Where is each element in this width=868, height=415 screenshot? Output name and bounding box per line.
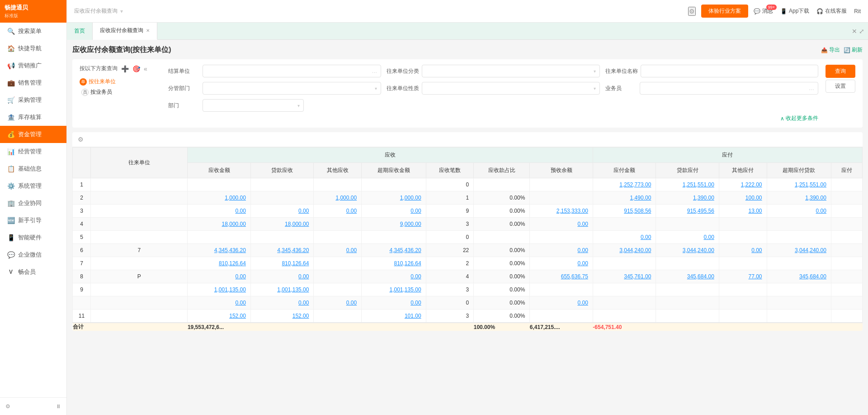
- cell-overdue_ar[interactable]: 1,001,135.00: [362, 283, 426, 296]
- tab-home[interactable]: 首页: [67, 23, 93, 40]
- cell-overdue_ap[interactable]: 1,390.00: [767, 191, 831, 205]
- topbar-user-button[interactable]: Rit: [854, 8, 861, 14]
- sidebar-item-quick-nav[interactable]: 🏠 快捷导航: [0, 40, 66, 57]
- filter-collapse-left-button[interactable]: «: [144, 65, 147, 72]
- sidebar-item-capital[interactable]: 💰 资金管理: [0, 126, 66, 143]
- cell-overdue_ar[interactable]: 4,345,436.20: [362, 244, 426, 257]
- cell-other_ar[interactable]: 1,000.00: [314, 191, 362, 205]
- cell-loan_ar[interactable]: 1,001,135.00: [250, 283, 314, 296]
- cell-ar_amount[interactable]: 1,000.00: [188, 191, 251, 205]
- cell-other_ap[interactable]: 0.00: [719, 244, 767, 257]
- cell-prepay_bal[interactable]: 0.00: [530, 257, 593, 270]
- collapse-more-button[interactable]: ∧ 收起更多条件: [780, 114, 818, 122]
- bumen-select[interactable]: ▾: [203, 99, 304, 112]
- cell-overdue_ar[interactable]: 810,126.64: [362, 257, 426, 270]
- cell-prepay_bal[interactable]: 0.00: [530, 244, 593, 257]
- cell-other_ar[interactable]: 0.00: [314, 296, 362, 310]
- cell-loan_ap[interactable]: 0.00: [656, 231, 719, 244]
- cell-loan_ar[interactable]: 4,345,436.20: [250, 244, 314, 257]
- cell-overdue_ar[interactable]: 0.00: [362, 205, 426, 218]
- filter-option-by-staff[interactable]: 员 按业务员: [81, 88, 161, 96]
- unit-nature-select[interactable]: ▾: [422, 82, 599, 95]
- cell-overdue_ar[interactable]: 1,000.00: [362, 191, 426, 205]
- cell-loan_ar[interactable]: 810,126.64: [250, 257, 314, 270]
- cell-loan_ar[interactable]: 0.00: [250, 270, 314, 283]
- cell-prepay_bal[interactable]: 655,636.75: [530, 270, 593, 283]
- dept-select[interactable]: ▾: [203, 82, 381, 95]
- sidebar-item-operation[interactable]: 📊 经营管理: [0, 143, 66, 160]
- sidebar-item-inventory[interactable]: 🏦 库存核算: [0, 109, 66, 126]
- sidebar-item-guide[interactable]: 🆕 新手引导: [0, 212, 66, 229]
- sidebar-item-basic[interactable]: 📋 基础信息: [0, 160, 66, 177]
- unit-name-input[interactable]: [641, 65, 818, 77]
- settings-button[interactable]: 设置: [826, 80, 855, 93]
- staff-input[interactable]: …: [640, 82, 818, 95]
- cell-ar_amount[interactable]: 810,126.64: [188, 257, 251, 270]
- cell-overdue_ap[interactable]: 1,251,551.00: [767, 178, 831, 191]
- export-button[interactable]: 📤 导出: [821, 46, 840, 54]
- sidebar-item-member[interactable]: V 畅会员: [0, 263, 66, 281]
- cell-overdue_ap[interactable]: 345,684.00: [767, 270, 831, 283]
- sidebar-item-sales[interactable]: 💼 销售管理: [0, 74, 66, 91]
- cell-ap_amount[interactable]: 3,044,240.00: [593, 244, 656, 257]
- unit-category-select[interactable]: ▾: [422, 65, 599, 77]
- cell-other_ap[interactable]: 77.00: [719, 270, 767, 283]
- sidebar-item-system[interactable]: ⚙️ 系统管理: [0, 177, 66, 195]
- cell-prepay_bal[interactable]: 2,153,333.00: [530, 205, 593, 218]
- sidebar-item-marketing[interactable]: 📢 营销推广: [0, 57, 66, 74]
- sidebar-settings-button[interactable]: ⚙: [4, 401, 12, 411]
- filter-add-button[interactable]: ➕: [121, 65, 129, 72]
- cell-overdue_ar[interactable]: 101.00: [362, 310, 426, 323]
- cell-loan_ar[interactable]: 152.00: [250, 310, 314, 323]
- cell-ar_amount[interactable]: 0.00: [188, 296, 251, 310]
- sidebar-item-wechat[interactable]: 💬 企业微信: [0, 246, 66, 263]
- cell-overdue_ar[interactable]: 0.00: [362, 270, 426, 283]
- topbar-message-button[interactable]: 💬 消息 99+: [754, 7, 773, 15]
- tab-close-icon[interactable]: ✕: [146, 28, 150, 33]
- cell-overdue_ap[interactable]: 0.00: [767, 205, 831, 218]
- cell-loan_ap[interactable]: 345,684.00: [656, 270, 719, 283]
- table-settings-icon[interactable]: ⚙: [78, 136, 84, 143]
- cell-other_ap[interactable]: 100.00: [719, 191, 767, 205]
- cell-other_ap[interactable]: 13.00: [719, 205, 767, 218]
- cell-loan_ap[interactable]: 915,495.56: [656, 205, 719, 218]
- cell-ar_amount[interactable]: 152.00: [188, 310, 251, 323]
- sidebar-item-enterprise[interactable]: 🏢 企业协同: [0, 195, 66, 212]
- cell-loan_ar[interactable]: 0.00: [250, 205, 314, 218]
- cell-ar_amount[interactable]: 0.00: [188, 270, 251, 283]
- cell-ap_amount[interactable]: 915,508.56: [593, 205, 656, 218]
- cell-ap_amount[interactable]: 1,490.00: [593, 191, 656, 205]
- sidebar-item-purchase[interactable]: 🛒 采购管理: [0, 91, 66, 109]
- settlement-input[interactable]: …: [203, 65, 381, 77]
- tab-maximize-button[interactable]: ⤢: [859, 28, 864, 35]
- cell-loan_ap[interactable]: 1,251,551.00: [656, 178, 719, 191]
- tab-ar-ap[interactable]: 应收应付余额查询 ✕: [93, 23, 157, 40]
- tab-close-button[interactable]: ✕: [852, 28, 857, 35]
- cell-loan_ar[interactable]: 18,000.00: [250, 218, 314, 231]
- cell-ar_amount[interactable]: 1,001,135.00: [188, 283, 251, 296]
- sidebar-item-search[interactable]: 🔍 搜索菜单: [0, 23, 66, 40]
- cell-ar_amount[interactable]: 0.00: [188, 205, 251, 218]
- cell-ap_amount[interactable]: 345,761.00: [593, 270, 656, 283]
- cell-ar_amount[interactable]: 18,000.00: [188, 218, 251, 231]
- cell-overdue_ar[interactable]: 0.00: [362, 296, 426, 310]
- cell-loan_ar[interactable]: 0.00: [250, 296, 314, 310]
- cell-other_ar[interactable]: 0.00: [314, 205, 362, 218]
- topbar-gear-button[interactable]: ⚙: [688, 7, 696, 16]
- cell-loan_ap[interactable]: 1,390.00: [656, 191, 719, 205]
- cell-other_ap[interactable]: 1,222.00: [719, 178, 767, 191]
- cell-other_ar[interactable]: 0.00: [314, 244, 362, 257]
- filter-option-by-unit[interactable]: 单 按往来单位: [80, 78, 161, 86]
- cell-overdue_ar[interactable]: 9,000.00: [362, 218, 426, 231]
- cell-ap_amount[interactable]: 0.00: [593, 231, 656, 244]
- cell-prepay_bal[interactable]: 0.00: [530, 218, 593, 231]
- topbar-app-button[interactable]: 📱 App下载: [780, 7, 809, 15]
- cell-ar_amount[interactable]: 4,345,436.20: [188, 244, 251, 257]
- sidebar-item-smart-hardware[interactable]: 📱 智能硬件: [0, 229, 66, 246]
- refresh-button[interactable]: 🔄 刷新: [844, 46, 863, 54]
- filter-settings-button[interactable]: 🎯: [132, 65, 140, 72]
- trial-button[interactable]: 体验行业方案: [701, 5, 748, 18]
- cell-prepay_bal[interactable]: 0.00: [530, 296, 593, 310]
- cell-ap_amount[interactable]: 1,252,773.00: [593, 178, 656, 191]
- cell-overdue_ap[interactable]: 3,044,240.00: [767, 244, 831, 257]
